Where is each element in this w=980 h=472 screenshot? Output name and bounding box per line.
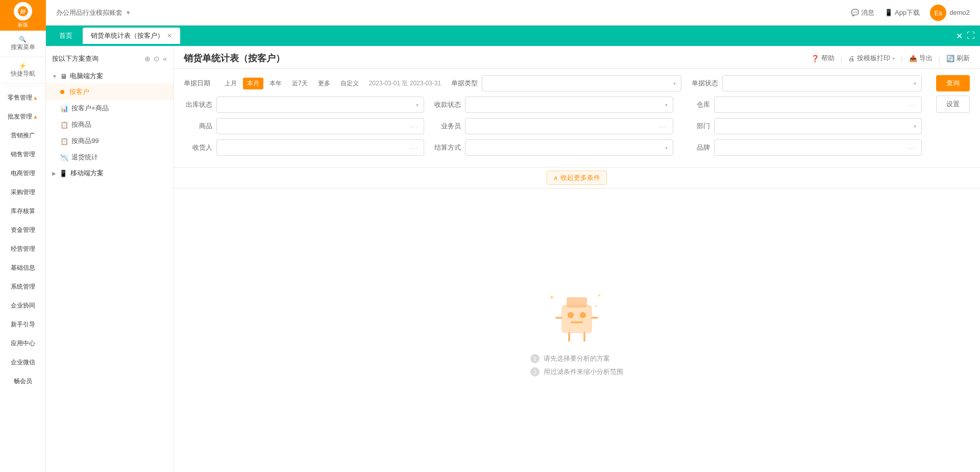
print-dropdown-arrow: ▾: [892, 56, 895, 61]
date-range-display: 2023-03-01 至 2023-03-31: [369, 79, 441, 88]
sidebar-item-system[interactable]: 系统管理: [0, 277, 45, 296]
group-pc-icon: 🖥: [60, 73, 67, 80]
scheme-group-mobile: ▶ 📱 移动端方案: [46, 166, 173, 181]
payment-item: 结算方式 ▾: [432, 139, 673, 156]
sidebar-item-wechat[interactable]: 企业微信: [0, 353, 45, 372]
export-btn[interactable]: 📤 导出: [909, 54, 933, 63]
template-print-btn[interactable]: 🖨 按模板打印 ▾: [848, 54, 895, 63]
brand-dots: ···: [908, 144, 916, 152]
scheme-group-pc-header[interactable]: ▼ 🖥 电脑端方案: [46, 68, 173, 84]
sidebar-item-finance[interactable]: 资金管理: [0, 221, 45, 240]
search-menu-item[interactable]: 🔍 搜索菜单: [0, 31, 45, 57]
svg-point-4: [568, 312, 574, 318]
salesperson-select[interactable]: ···: [465, 118, 673, 134]
collapse-icon: ∧: [553, 174, 558, 182]
sidebar-item-marketing[interactable]: 营销推广: [0, 126, 45, 145]
sidebar-item-member[interactable]: 畅会员: [0, 372, 45, 391]
tab-maximize-btn[interactable]: ⛶: [967, 31, 975, 40]
out-status-select[interactable]: ▾: [216, 97, 424, 113]
help-btn[interactable]: ❓ 帮助: [811, 54, 835, 63]
order-status-label: 单据状态: [690, 79, 718, 88]
warehouse-label: 仓库: [681, 100, 710, 109]
shortcut-last-month[interactable]: 上月: [220, 78, 241, 89]
scheme-item-by-customer-goods[interactable]: 📊 按客户+商品: [46, 100, 173, 116]
sidebar-item-guide[interactable]: 新手引导: [0, 315, 45, 334]
scheme-group-mobile-header[interactable]: ▶ 📱 移动端方案: [46, 166, 173, 181]
message-icon: 💬: [851, 9, 859, 16]
filter-row-1: 单据日期 上月 本月 本年 近7天 更多 自定义 2023-03-01 至 20…: [184, 75, 922, 91]
empty-tips: 1 请先选择要分析的方案 2 用过滤条件来缩小分析范围: [530, 354, 623, 376]
scheme-item-return-stats[interactable]: 📉 退货统计: [46, 149, 173, 166]
scheme-add-btn[interactable]: ⊕: [144, 55, 151, 63]
department-label: 部门: [681, 122, 710, 131]
tab-sales-stats[interactable]: 销货单统计表（按客户） ✕: [83, 28, 180, 44]
order-type-item: 单据类型 ▾: [449, 75, 681, 91]
user-menu-btn[interactable]: demo2: [930, 5, 970, 21]
scheme-item-by-goods[interactable]: 📋 按商品: [46, 116, 173, 133]
logo-icon: 好: [14, 2, 32, 20]
sidebar-item-base-info[interactable]: 基础信息: [0, 258, 45, 277]
tab-close-icon[interactable]: ✕: [167, 32, 172, 39]
svg-rect-3: [567, 297, 587, 308]
sidebar-item-operation[interactable]: 经营管理: [0, 240, 45, 258]
main-panel: 销货单统计表（按客户） ❓ 帮助 | 🖨 按模板打印 ▾ | 📤: [174, 46, 980, 472]
message-btn[interactable]: 💬 消息: [851, 8, 874, 17]
sidebar-item-purchase[interactable]: 采购管理: [0, 183, 45, 202]
page-header: 销货单统计表（按客户） ❓ 帮助 | 🖨 按模板打印 ▾ | 📤: [174, 46, 980, 69]
warehouse-select[interactable]: ···: [714, 97, 922, 113]
quick-nav-item[interactable]: ⚡ 快捷导航: [0, 57, 45, 84]
scheme-item-by-goods99[interactable]: 📋 按商品99: [46, 133, 173, 149]
sidebar-item-inventory[interactable]: 库存核算: [0, 202, 45, 221]
scheme-tree: ▼ 🖥 电脑端方案 按客户 📊 按客户+商品 📋 按商品: [46, 66, 173, 183]
filter-main: 单据日期 上月 本月 本年 近7天 更多 自定义 2023-03-01 至 20…: [174, 69, 932, 167]
app-download-btn[interactable]: 📱 App下载: [885, 8, 920, 17]
help-icon: ❓: [811, 55, 819, 62]
shortcut-this-year[interactable]: 本年: [265, 78, 286, 89]
tab-home[interactable]: 首页: [51, 28, 81, 44]
receiver-select[interactable]: ···: [216, 139, 424, 156]
title-dropdown-arrow[interactable]: ▾: [127, 9, 130, 16]
svg-point-5: [580, 312, 586, 318]
sidebar-item-sales[interactable]: 销售管理: [0, 145, 45, 164]
query-button[interactable]: 查询: [936, 75, 970, 91]
salesperson-item: 业务员 ···: [432, 118, 673, 134]
receiver-label: 收货人: [184, 143, 212, 152]
shortcut-this-month[interactable]: 本月: [243, 78, 263, 89]
receipt-status-select[interactable]: ▾: [465, 97, 673, 113]
department-select[interactable]: ▾: [714, 118, 922, 134]
sidebar-item-enterprise[interactable]: 企业协同: [0, 296, 45, 315]
payment-arrow: ▾: [665, 145, 668, 151]
scheme-item-by-customer[interactable]: 按客户: [46, 84, 173, 100]
order-status-select[interactable]: ▾: [722, 75, 922, 91]
filter-row-2: 出库状态 ▾ 收款状态 ▾: [184, 97, 922, 113]
scheme-settings-btn[interactable]: ⊙: [154, 55, 160, 63]
sidebar-item-retail[interactable]: 零售管理 ▲: [0, 88, 45, 107]
scheme-collapse-btn[interactable]: «: [163, 55, 167, 63]
header-left: 办公用品行业模拟账套 ▾: [56, 8, 130, 17]
goods-select[interactable]: ···: [216, 118, 424, 134]
sidebar-item-app-center[interactable]: 应用中心: [0, 334, 45, 353]
sidebar-item-ecommerce[interactable]: 电商管理: [0, 164, 45, 183]
sidebar-item-wholesale[interactable]: 批发管理 ▲: [0, 107, 45, 126]
shortcut-7days[interactable]: 近7天: [288, 78, 312, 89]
content-area: 按以下方案查询 ⊕ ⊙ « ▼ 🖥 电脑端方案: [46, 46, 980, 472]
shortcut-more[interactable]: 更多: [314, 78, 334, 89]
tab-close-btn[interactable]: ✕: [956, 31, 963, 41]
brand-select[interactable]: ···: [714, 139, 922, 156]
scheme-panel-header: 按以下方案查询 ⊕ ⊙ «: [46, 51, 173, 66]
order-type-select[interactable]: ▾: [482, 75, 681, 91]
order-status-item: 单据状态 ▾: [690, 75, 922, 91]
refresh-btn[interactable]: 🔄 刷新: [946, 54, 970, 63]
settings-button[interactable]: 设置: [936, 96, 970, 113]
top-header: 办公用品行业模拟账套 ▾ 💬 消息 📱 App下载 demo2: [46, 0, 980, 26]
svg-text:✦: ✦: [595, 304, 598, 309]
shortcut-custom[interactable]: 自定义: [336, 78, 363, 89]
item-list2-icon: 📋: [60, 137, 68, 145]
order-status-arrow: ▾: [914, 81, 916, 86]
sidebar: 好 标版 🔍 搜索菜单 ⚡ 快捷导航 零售管理 ▲ 批发管理 ▲ 营销推广 销售…: [0, 0, 46, 472]
department-arrow: ▾: [914, 124, 916, 129]
brand-item: 品牌 ···: [681, 139, 922, 156]
collapse-button[interactable]: ∧ 收起更多条件: [547, 171, 607, 185]
payment-select[interactable]: ▾: [465, 139, 673, 156]
payment-label: 结算方式: [432, 143, 461, 152]
